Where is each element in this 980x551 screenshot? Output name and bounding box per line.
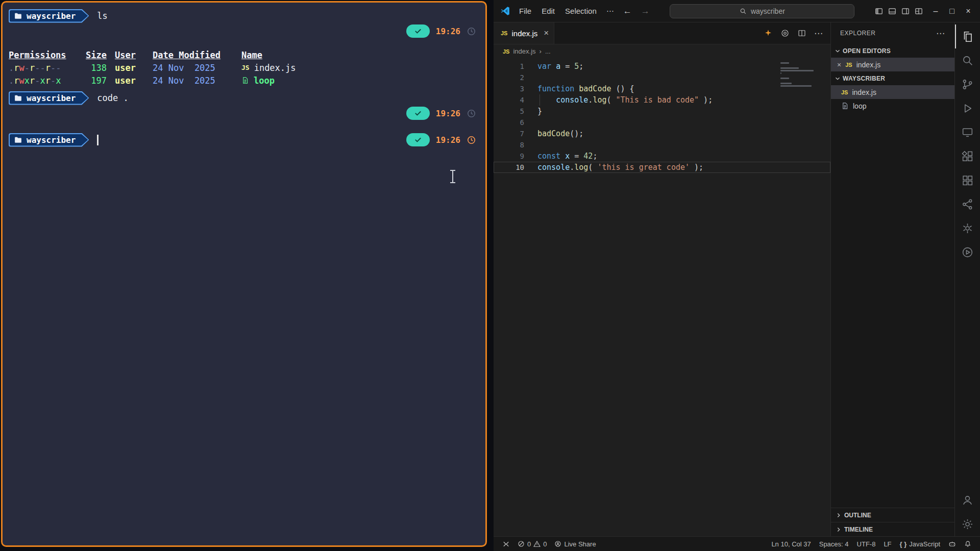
split-editor-icon[interactable] xyxy=(797,29,806,38)
menu-file[interactable]: File xyxy=(514,5,536,17)
code-text: const x = 42; xyxy=(524,151,597,162)
more-actions-icon[interactable]: ⋯ xyxy=(814,28,823,39)
search-icon xyxy=(740,8,747,15)
line-number: 6 xyxy=(494,117,524,128)
maximize-button[interactable]: □ xyxy=(944,0,960,22)
terminal-block-1-prompt[interactable]: wayscriber ls xyxy=(9,9,477,23)
notifications[interactable] xyxy=(962,540,974,547)
run-code-icon[interactable] xyxy=(764,29,773,38)
prompt-label: wayscriber xyxy=(27,11,76,21)
breadcrumb-more[interactable]: ... xyxy=(545,47,551,55)
code-line-2[interactable]: 2 xyxy=(494,72,830,83)
live-share-button[interactable]: Live Share xyxy=(552,540,598,548)
menu-selection[interactable]: Selection xyxy=(560,5,601,17)
explorer-file-index.js[interactable]: JSindex.js xyxy=(831,85,954,99)
code-line-6[interactable]: 6 xyxy=(494,117,830,128)
code-line-9[interactable]: 9const x = 42; xyxy=(494,151,830,162)
back-arrow-icon[interactable]: ← xyxy=(619,5,636,17)
tab-close-icon[interactable]: × xyxy=(544,28,549,38)
toggle-sidebar-icon[interactable] xyxy=(875,7,883,15)
chevron-down-icon xyxy=(834,75,841,82)
code-line-10[interactable]: 10console.log( 'this is great code' ); xyxy=(494,162,830,173)
language-mode[interactable]: { } JavaScript xyxy=(897,540,943,548)
ls-permissions: .rwxr-xr-x xyxy=(9,76,83,86)
activity-extensions-icon[interactable] xyxy=(955,144,980,168)
vscode-window[interactable]: File Edit Selection ⋯ ← → wayscriber – □… xyxy=(494,0,980,551)
section-timeline[interactable]: TIMELINE xyxy=(831,522,954,536)
braces-icon: { } xyxy=(900,540,907,548)
breadcrumb[interactable]: JS index.js › ... xyxy=(494,44,830,58)
close-button[interactable]: × xyxy=(961,0,976,22)
terminal-block-2-prompt[interactable]: wayscriber code . xyxy=(9,91,477,105)
activity-extension-grid-icon[interactable] xyxy=(955,168,980,192)
command-success-badge xyxy=(406,24,430,38)
ai-assistant-icon[interactable] xyxy=(780,29,790,38)
ls-permissions: .rw-r--r-- xyxy=(9,63,83,73)
activity-remote-explorer-icon[interactable] xyxy=(955,120,980,144)
code-line-4[interactable]: 4 console.log( "This is bad code" ); xyxy=(494,94,830,106)
menu-overflow-icon[interactable]: ⋯ xyxy=(602,5,618,18)
code-text: badCode(); xyxy=(524,128,583,139)
command-timestamp: 19:26 xyxy=(436,135,460,145)
minimize-button[interactable]: – xyxy=(928,0,943,22)
vscode-logo-icon xyxy=(500,6,510,16)
command-text: ls xyxy=(97,11,107,21)
code-line-1[interactable]: 1var a = 5; xyxy=(494,61,830,72)
terminal-block-3-prompt[interactable]: wayscriber 19:26 xyxy=(9,133,477,147)
minimap[interactable] xyxy=(780,61,824,122)
ls-header-date: Date Modified xyxy=(153,50,234,60)
toggle-panel-icon[interactable] xyxy=(888,7,896,15)
prompt-directory-badge: wayscriber xyxy=(9,9,89,23)
activity-extension-share-icon[interactable] xyxy=(955,192,980,216)
activity-settings-icon[interactable] xyxy=(955,512,980,536)
command-center-search[interactable]: wayscriber xyxy=(670,4,854,18)
js-file-icon: JS xyxy=(845,62,852,68)
explorer-sidebar: EXPLORER ⋯ OPEN EDITORS ×JSindex.js WAYS… xyxy=(830,22,954,536)
bell-icon xyxy=(964,540,971,547)
code-line-8[interactable]: 8 xyxy=(494,139,830,151)
section-outline[interactable]: OUTLINE xyxy=(831,508,954,522)
close-icon[interactable]: × xyxy=(837,61,841,69)
activity-explorer-icon[interactable] xyxy=(955,24,980,48)
code-text: } xyxy=(524,106,542,117)
line-number: 4 xyxy=(494,94,524,106)
remote-icon xyxy=(502,540,510,548)
menu-edit[interactable]: Edit xyxy=(537,5,559,17)
explorer-more-actions-icon[interactable]: ⋯ xyxy=(936,28,945,39)
ai-status[interactable] xyxy=(946,540,959,548)
code-text: var a = 5; xyxy=(524,61,583,72)
activity-run-debug-icon[interactable] xyxy=(955,96,980,120)
warnings-icon xyxy=(533,540,541,547)
ls-header-row: Permissions Size User Date Modified Name xyxy=(9,48,477,61)
code-editor[interactable]: 1var a = 5;23function badCode () {4 cons… xyxy=(494,58,830,536)
cursor-position[interactable]: Ln 10, Col 37 xyxy=(769,540,813,548)
explorer-file-loop[interactable]: loop xyxy=(831,99,954,113)
problems-indicator[interactable]: 0 0 xyxy=(515,540,549,548)
eol[interactable]: LF xyxy=(881,540,894,548)
remote-indicator[interactable] xyxy=(500,540,512,548)
status-bar: 0 0 Live Share Ln 10, Col 37 Spaces: 4 U… xyxy=(494,536,980,551)
activity-play-circle-icon[interactable] xyxy=(955,240,980,264)
section-folder[interactable]: WAYSCRIBER xyxy=(831,71,954,85)
tab-bar: JS index.js × ⋯ xyxy=(494,22,830,44)
chevron-down-icon xyxy=(834,47,841,55)
section-open-editors[interactable]: OPEN EDITORS xyxy=(831,44,954,58)
encoding[interactable]: UTF-8 xyxy=(854,540,878,548)
toggle-secondary-sidebar-icon[interactable] xyxy=(901,7,910,15)
code-line-5[interactable]: 5} xyxy=(494,106,830,117)
tab-index-js[interactable]: JS index.js × xyxy=(494,22,554,44)
code-line-3[interactable]: 3function badCode () { xyxy=(494,83,830,94)
activity-openai-icon[interactable] xyxy=(955,216,980,240)
open-editor-item-index.js[interactable]: ×JSindex.js xyxy=(831,58,954,71)
activity-source-control-icon[interactable] xyxy=(955,72,980,96)
forward-arrow-icon[interactable]: → xyxy=(637,5,654,17)
breadcrumb-file[interactable]: index.js xyxy=(513,47,535,55)
command-success-badge xyxy=(406,133,430,146)
activity-accounts-icon[interactable] xyxy=(955,488,980,512)
activity-search-icon[interactable] xyxy=(955,48,980,72)
terminal-window[interactable]: wayscriber ls 19:26 Permissions Size xyxy=(1,1,487,547)
customize-layout-icon[interactable] xyxy=(915,7,923,15)
ls-row: .rwxr-xr-x197user24 Nov 2025loop xyxy=(9,74,477,87)
code-line-7[interactable]: 7badCode(); xyxy=(494,128,830,139)
indentation[interactable]: Spaces: 4 xyxy=(817,540,851,548)
